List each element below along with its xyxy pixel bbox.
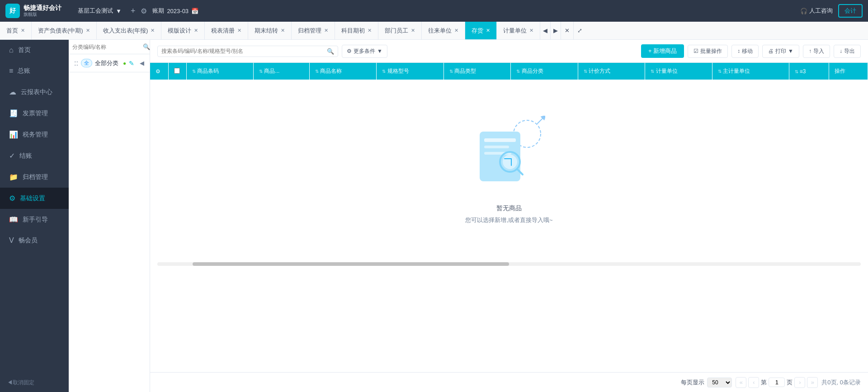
sidebar-item-guide[interactable]: 📖 新手引导 xyxy=(0,209,69,230)
member-icon: V xyxy=(9,236,14,245)
import-button[interactable]: ↑ 导入 xyxy=(803,45,830,58)
org-selector[interactable]: 基层工会测试 ▼ xyxy=(74,5,125,17)
sidebar-item-basic[interactable]: ⚙ 基础设置 xyxy=(0,188,69,209)
col-checkbox-header[interactable] xyxy=(168,63,186,80)
page-label-suffix: 页 xyxy=(787,378,793,387)
sidebar-item-archive[interactable]: 📁 归档管理 xyxy=(0,166,69,188)
svg-point-6 xyxy=(503,155,517,169)
tab-home-close[interactable]: ✕ xyxy=(21,28,25,33)
search-icon[interactable]: 🔍 xyxy=(143,43,150,50)
right-panel: 🔍 ⚙ 更多条件 ▼ + 新增商品 ☑ 批量操作 ↕ 移 xyxy=(150,40,868,392)
col-category-header[interactable]: ⇅ 商品分类 xyxy=(511,63,578,80)
sidebar-item-tax[interactable]: 📊 税务管理 xyxy=(0,124,69,145)
tab-subject-close[interactable]: ✕ xyxy=(368,28,372,33)
page-size-select[interactable]: 50 100 200 xyxy=(707,378,732,387)
tab-department-close[interactable]: ✕ xyxy=(411,28,415,33)
tab-income-close[interactable]: ✕ xyxy=(151,28,155,33)
settle-icon: ✓ xyxy=(9,151,15,160)
horizontal-scrollbar[interactable] xyxy=(157,262,861,266)
tab-nav-next[interactable]: ▶ xyxy=(551,22,561,40)
col-barcode-header[interactable]: ⇅ 商品条码 xyxy=(186,63,254,80)
sidebar-item-ledger[interactable]: ≡ 总账 xyxy=(0,61,69,81)
next-page-button[interactable]: › xyxy=(794,377,805,388)
tab-archive[interactable]: 归档管理 ✕ xyxy=(292,22,335,40)
tab-home[interactable]: 首页 ✕ xyxy=(0,22,32,40)
tab-tax[interactable]: 税表清册 ✕ xyxy=(205,22,248,40)
col-code-header[interactable]: ⇅ 商品... xyxy=(254,63,310,80)
print-button[interactable]: 🖨 打印 ▼ xyxy=(762,45,799,58)
category-collapse-btn[interactable]: ◀ xyxy=(140,60,144,66)
tab-subject[interactable]: 科目期初 ✕ xyxy=(335,22,378,40)
col-unit-header[interactable]: ⇅ 计量单位 xyxy=(645,63,712,80)
sidebar-item-settle[interactable]: ✓ 结账 xyxy=(0,145,69,166)
empty-title: 暂无商品 xyxy=(496,204,522,213)
col-type-header[interactable]: ⇅ 商品类型 xyxy=(443,63,511,80)
add-product-button[interactable]: + 新增商品 xyxy=(641,44,684,58)
batch-operation-button[interactable]: ☑ 批量操作 xyxy=(688,45,728,58)
search-submit-icon[interactable]: 🔍 xyxy=(327,48,334,55)
tax-icon: 📊 xyxy=(9,130,18,139)
tab-balance[interactable]: 资产负债表(中期) ✕ xyxy=(32,22,97,40)
tab-department[interactable]: 部门员工 ✕ xyxy=(378,22,422,40)
tab-balance-close[interactable]: ✕ xyxy=(86,28,90,33)
ai-consult-button[interactable]: 🎧 人工咨询 xyxy=(800,7,833,15)
page-number-input[interactable] xyxy=(769,378,785,387)
sidebar-item-home[interactable]: ⌂ 首页 xyxy=(0,40,69,61)
cloud-icon: ☁ xyxy=(9,88,16,96)
col-settings-header[interactable]: ⚙ xyxy=(150,63,168,80)
first-page-button[interactable]: « xyxy=(736,377,746,388)
tab-archive-close[interactable]: ✕ xyxy=(324,28,328,33)
tab-partner[interactable]: 往来单位 ✕ xyxy=(422,22,465,40)
unpin-label: ◀取消固定 xyxy=(7,379,34,387)
tab-period-end[interactable]: 期末结转 ✕ xyxy=(248,22,292,40)
filter-more-button[interactable]: ⚙ 更多条件 ▼ xyxy=(342,45,387,58)
sidebar-label-report: 云报表中心 xyxy=(21,88,52,96)
prev-page-button[interactable]: ‹ xyxy=(748,377,759,388)
sidebar-unpin[interactable]: ◀取消固定 xyxy=(0,373,69,392)
category-search-input[interactable] xyxy=(72,44,140,50)
col-main-unit-header[interactable]: ⇅ 主计量单位 xyxy=(712,63,789,80)
tab-subject-label: 科目期初 xyxy=(341,27,365,35)
svg-rect-3 xyxy=(484,146,509,148)
tab-template-label: 模版设计 xyxy=(168,27,191,35)
select-all-checkbox[interactable] xyxy=(174,68,180,74)
add-tab-button[interactable]: + xyxy=(131,6,136,16)
tab-inventory[interactable]: 存货 ✕ xyxy=(465,22,497,40)
export-button[interactable]: ↓ 导出 xyxy=(834,45,861,58)
tab-inventory-close[interactable]: ✕ xyxy=(486,28,490,33)
tab-nav-prev[interactable]: ◀ xyxy=(540,22,551,40)
tab-income[interactable]: 收入支出表(年报) ✕ xyxy=(97,22,162,40)
sidebar-item-invoice[interactable]: 🧾 发票管理 xyxy=(0,103,69,124)
sidebar: ⌂ 首页 ≡ 总账 ☁ 云报表中心 🧾 发票管理 📊 税务管理 ✓ 结账 📁 归… xyxy=(0,40,69,392)
category-edit-icon[interactable]: ✎ xyxy=(129,60,134,67)
filter-chevron-icon: ▼ xyxy=(377,48,382,54)
sidebar-item-report[interactable]: ☁ 云报表中心 xyxy=(0,81,69,103)
col-extra-header[interactable]: ⇅ ≡3 xyxy=(789,63,829,80)
sidebar-label-member: 畅会员 xyxy=(19,236,38,245)
product-search-input[interactable] xyxy=(161,48,324,54)
col-spec-header[interactable]: ⇅ 规格型号 xyxy=(377,63,444,80)
move-button[interactable]: ↕ 移动 xyxy=(731,45,759,58)
move-label: 移动 xyxy=(742,47,753,55)
col-pricing-header[interactable]: ⇅ 计价方式 xyxy=(578,63,645,80)
tab-partner-close[interactable]: ✕ xyxy=(454,28,458,33)
sidebar-label-archive: 归档管理 xyxy=(23,173,48,181)
tab-close-all[interactable]: ✕ xyxy=(561,22,574,40)
product-search-bar: 🔍 xyxy=(157,46,338,57)
last-page-button[interactable]: » xyxy=(807,377,818,388)
settings-icon[interactable]: ⚙ xyxy=(141,7,147,15)
scroll-thumb[interactable] xyxy=(193,262,509,266)
category-verified-icon: ● xyxy=(123,60,126,66)
invoice-icon: 🧾 xyxy=(9,109,18,118)
col-name-header[interactable]: ⇅ 商品名称 xyxy=(309,63,377,80)
tab-template[interactable]: 模版设计 ✕ xyxy=(161,22,205,40)
sidebar-item-member[interactable]: V 畅会员 xyxy=(0,230,69,251)
tab-period-end-close[interactable]: ✕ xyxy=(281,28,285,33)
tab-template-close[interactable]: ✕ xyxy=(194,28,198,33)
tab-expand[interactable]: ⤢ xyxy=(574,22,586,40)
tab-tax-close[interactable]: ✕ xyxy=(237,28,241,33)
tab-unit-close[interactable]: ✕ xyxy=(529,28,533,33)
tab-unit[interactable]: 计量单位 ✕ xyxy=(497,22,540,40)
account-button[interactable]: 会计 xyxy=(838,4,863,18)
calendar-icon[interactable]: 📅 xyxy=(191,8,198,14)
